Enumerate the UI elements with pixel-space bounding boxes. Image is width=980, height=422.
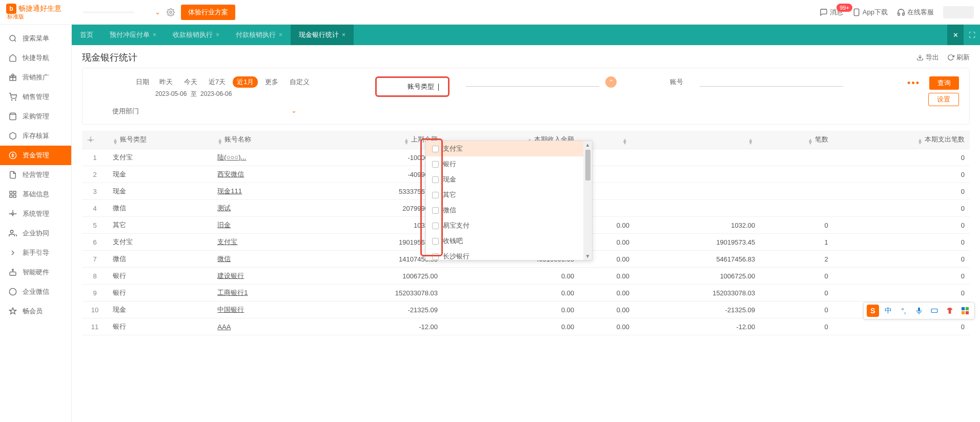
checkbox[interactable]: [432, 146, 439, 152]
table-settings-header[interactable]: [82, 131, 108, 149]
ime-keyboard-icon[interactable]: [928, 305, 941, 317]
dropdown-option[interactable]: 支付宝: [426, 141, 583, 156]
sidebar-item-arrow[interactable]: 新手引导: [0, 243, 71, 263]
ime-punct-icon[interactable]: °,: [897, 305, 910, 317]
column-header[interactable]: ▲▼本期支出笔数: [833, 131, 970, 149]
sort-icon[interactable]: ▲▼: [917, 138, 923, 145]
account-name-link[interactable]: AAA: [217, 323, 231, 331]
query-button[interactable]: 查询: [929, 76, 959, 90]
collapse-up-icon[interactable]: ⌃: [605, 76, 617, 88]
sidebar-item-bag[interactable]: 采购管理: [0, 107, 71, 126]
ime-grid-icon[interactable]: [959, 305, 971, 317]
account-type-filter[interactable]: 账号类型: [375, 76, 450, 97]
sidebar-item-cart[interactable]: 销售管理: [0, 87, 71, 107]
chevron-down-icon[interactable]: ⌄: [155, 8, 160, 16]
expand-button[interactable]: ⛶: [964, 25, 980, 45]
date-option[interactable]: 更多: [261, 76, 282, 88]
account-name-link[interactable]: 测试: [217, 204, 231, 212]
date-option[interactable]: 近7天: [205, 76, 230, 88]
close-icon[interactable]: ×: [279, 31, 282, 38]
messages-link[interactable]: 消息 99+: [820, 8, 843, 17]
sidebar-item-vip[interactable]: 畅会员: [0, 302, 71, 321]
close-icon[interactable]: ×: [342, 31, 345, 38]
export-button[interactable]: 导出: [916, 53, 939, 62]
dropdown-option[interactable]: 易宝支付: [426, 218, 583, 233]
sort-icon[interactable]: ▲▼: [622, 138, 627, 145]
close-tab-button[interactable]: ✕: [947, 25, 964, 45]
sidebar-item-team[interactable]: 企业协同: [0, 224, 71, 243]
sidebar-item-doc[interactable]: 经营管理: [0, 165, 71, 185]
company-selector[interactable]: [83, 11, 134, 13]
dropdown-option[interactable]: 现金: [426, 172, 583, 187]
scroll-down-icon[interactable]: ▼: [585, 253, 590, 259]
column-header[interactable]: ▲▼笔数: [760, 131, 833, 149]
user-avatar[interactable]: [943, 6, 974, 18]
more-icon[interactable]: •••: [907, 78, 920, 89]
sort-icon[interactable]: ▲▼: [217, 138, 222, 145]
date-option[interactable]: 今天: [180, 76, 201, 88]
date-option[interactable]: 近1月: [233, 76, 258, 88]
account-input[interactable]: [700, 76, 843, 87]
dropdown-option[interactable]: 其它: [426, 187, 583, 203]
ime-mic-icon[interactable]: [913, 305, 925, 317]
trial-button[interactable]: 体验行业方案: [181, 5, 235, 20]
gear-icon[interactable]: [167, 8, 175, 16]
column-header[interactable]: ▲▼账号名称: [212, 131, 317, 149]
date-option[interactable]: 昨天: [155, 76, 177, 88]
tab[interactable]: 首页: [72, 25, 101, 45]
sidebar-item-home[interactable]: 快捷导航: [0, 48, 71, 68]
sidebar-item-gear[interactable]: 系统管理: [0, 204, 71, 224]
account-name-link[interactable]: 陆(○○○)...: [217, 153, 246, 161]
ime-skin-icon[interactable]: [944, 305, 956, 317]
column-header[interactable]: ▲▼账号类型: [108, 131, 212, 149]
date-option[interactable]: 自定义: [285, 76, 314, 88]
checkbox[interactable]: [432, 161, 439, 168]
account-name-link[interactable]: 中国银行: [217, 306, 244, 313]
sidebar-item-robot[interactable]: 智能硬件: [0, 263, 71, 282]
sort-icon[interactable]: ▲▼: [404, 138, 409, 145]
checkbox[interactable]: [432, 223, 439, 229]
column-header[interactable]: ▲▼: [635, 131, 760, 149]
ime-logo-icon[interactable]: S: [867, 305, 879, 317]
dropdown-scrollbar[interactable]: ▲ ▼: [583, 141, 592, 260]
sidebar-item-money[interactable]: 资金管理: [0, 146, 71, 165]
sort-icon[interactable]: ▲▼: [808, 138, 813, 145]
dropdown-option[interactable]: 长沙银行: [426, 249, 583, 260]
app-download-link[interactable]: App下载: [852, 8, 888, 17]
dept-select[interactable]: ⌄: [145, 106, 299, 116]
dropdown-option[interactable]: 微信: [426, 203, 583, 218]
scroll-thumb[interactable]: [585, 150, 590, 180]
checkbox[interactable]: [432, 192, 439, 198]
tab[interactable]: 付款核销执行×: [228, 25, 291, 45]
dropdown-option[interactable]: 银行: [426, 156, 583, 172]
sidebar-item-search[interactable]: 搜索菜单: [0, 29, 71, 48]
column-header[interactable]: ▲▼上期余额: [317, 131, 443, 149]
sidebar-item-grid[interactable]: 基础信息: [0, 185, 71, 204]
checkbox[interactable]: [432, 207, 439, 214]
sidebar-item-wechat[interactable]: 企业微信: [0, 282, 71, 302]
account-name-link[interactable]: 现金111: [217, 187, 242, 195]
tab[interactable]: 预付冲应付单×: [101, 25, 165, 45]
checkbox[interactable]: [432, 176, 439, 183]
scroll-up-icon[interactable]: ▲: [585, 142, 590, 148]
tab[interactable]: 收款核销执行×: [165, 25, 228, 45]
account-name-link[interactable]: 工商银行1: [217, 289, 248, 296]
sort-icon[interactable]: ▲▼: [113, 138, 118, 145]
checkbox[interactable]: [432, 238, 439, 245]
close-icon[interactable]: ×: [216, 31, 219, 38]
refresh-button[interactable]: 刷新: [947, 53, 970, 62]
sidebar-item-gift[interactable]: 营销推广: [0, 68, 71, 87]
sort-icon[interactable]: ▲▼: [748, 138, 753, 145]
close-icon[interactable]: ×: [153, 31, 156, 38]
account-name-link[interactable]: 西安微信: [217, 170, 244, 178]
account-name-link[interactable]: 建设银行: [217, 272, 244, 279]
checkbox[interactable]: [432, 253, 439, 260]
account-name-link[interactable]: 旧金: [217, 221, 231, 229]
settings-button[interactable]: 设置: [928, 93, 959, 106]
ime-mode[interactable]: 中: [882, 305, 894, 317]
online-service-link[interactable]: 在线客服: [897, 8, 934, 17]
account-type-input[interactable]: [466, 76, 599, 87]
account-name-link[interactable]: 微信: [217, 255, 231, 263]
tab[interactable]: 现金银行统计×: [291, 25, 354, 45]
sidebar-item-box[interactable]: 库存核算: [0, 126, 71, 146]
